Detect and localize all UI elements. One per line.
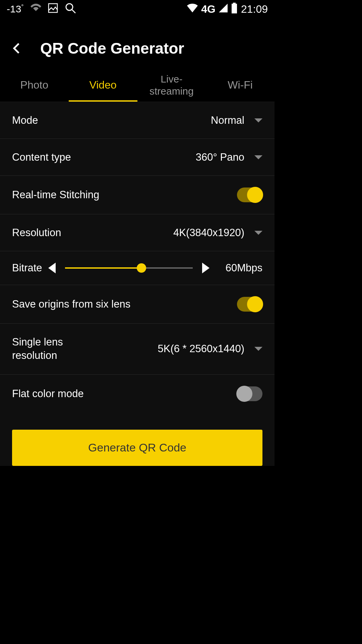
- resolution-row[interactable]: Resolution 4K(3840x1920): [0, 214, 275, 251]
- temperature-value: -13: [7, 3, 21, 14]
- single-lens-value-group: 5K(6 * 2560x1440): [158, 343, 262, 355]
- network-type: 4G: [201, 3, 216, 15]
- bitrate-increase-button[interactable]: [202, 263, 209, 273]
- chevron-down-icon: [254, 347, 262, 351]
- content-type-value: 360° Pano: [196, 151, 244, 163]
- single-lens-value: 5K(6 * 2560x1440): [158, 343, 244, 355]
- generate-button-label: Generate QR Code: [88, 441, 186, 454]
- toggle-knob: [236, 386, 252, 402]
- toggle-knob: [247, 296, 263, 312]
- bitrate-slider[interactable]: [65, 261, 193, 275]
- slider-fill: [65, 267, 142, 269]
- tab-label: Wi-Fi: [228, 78, 253, 91]
- flat-color-label: Flat color mode: [12, 388, 84, 400]
- arrow-left-icon: [48, 263, 56, 273]
- mode-value-group: Normal: [211, 114, 262, 126]
- status-left: -13°: [7, 2, 76, 16]
- header: QR Code Generator: [0, 28, 275, 68]
- status-bar: -13° 4G 21:09: [0, 0, 275, 18]
- cell-signal-icon: [219, 3, 228, 15]
- tab-label: Photo: [20, 78, 49, 91]
- stitching-row: Real-time Stitching: [0, 176, 275, 214]
- stitching-label: Real-time Stitching: [12, 189, 99, 201]
- tab-photo[interactable]: Photo: [0, 68, 69, 102]
- resolution-value: 4K(3840x1920): [173, 227, 244, 239]
- single-lens-label: Single lens resolution: [12, 335, 79, 363]
- degree-symbol: °: [21, 3, 23, 10]
- mode-value: Normal: [211, 114, 244, 126]
- stitching-toggle[interactable]: [237, 187, 262, 202]
- wifi-icon: [31, 3, 41, 15]
- resolution-value-group: 4K(3840x1920): [173, 227, 262, 239]
- bitrate-decrease-button[interactable]: [48, 263, 56, 273]
- tab-label: Live- streaming: [149, 73, 194, 97]
- flat-color-toggle[interactable]: [237, 386, 262, 401]
- slider-thumb[interactable]: [137, 263, 146, 273]
- tab-label: Video: [89, 78, 116, 91]
- status-right: 4G 21:09: [187, 3, 268, 16]
- content-type-row[interactable]: Content type 360° Pano: [0, 139, 275, 176]
- mode-label: Mode: [12, 114, 38, 126]
- tab-livestreaming[interactable]: Live- streaming: [137, 68, 206, 102]
- bitrate-label: Bitrate: [12, 262, 42, 274]
- resolution-label: Resolution: [12, 227, 61, 239]
- toggle-knob: [247, 187, 263, 203]
- svg-point-1: [66, 4, 73, 10]
- page-title: QR Code Generator: [40, 39, 184, 57]
- tab-video[interactable]: Video: [69, 68, 137, 102]
- temperature: -13°: [7, 3, 24, 15]
- slider-track: [65, 267, 193, 269]
- tab-wifi[interactable]: Wi-Fi: [206, 68, 275, 102]
- chevron-down-icon: [254, 118, 262, 122]
- picture-icon: [48, 3, 58, 15]
- chevron-down-icon: [254, 155, 262, 159]
- search-icon: [65, 2, 76, 16]
- time: 21:09: [241, 3, 268, 15]
- flat-color-row: Flat color mode: [0, 375, 275, 413]
- save-origins-label: Save origins from six lens: [12, 298, 130, 310]
- save-origins-toggle[interactable]: [237, 297, 262, 312]
- back-button[interactable]: [7, 42, 27, 54]
- wifi-signal-icon: [187, 3, 198, 15]
- bitrate-row: Bitrate 60Mbps: [0, 251, 275, 285]
- content-type-value-group: 360° Pano: [196, 151, 262, 163]
- bitrate-value: 60Mbps: [216, 262, 262, 274]
- svg-rect-4: [232, 4, 237, 13]
- chevron-down-icon: [254, 231, 262, 235]
- save-origins-row: Save origins from six lens: [0, 285, 275, 324]
- tabs: Photo Video Live- streaming Wi-Fi: [0, 68, 275, 102]
- svg-rect-3: [233, 3, 236, 4]
- svg-line-2: [72, 10, 75, 13]
- arrow-right-icon: [202, 263, 209, 273]
- mode-row[interactable]: Mode Normal: [0, 102, 275, 139]
- settings-panel: Mode Normal Content type 360° Pano Real-…: [0, 102, 275, 466]
- generate-button[interactable]: Generate QR Code: [12, 430, 262, 466]
- battery-icon: [231, 3, 238, 16]
- content-type-label: Content type: [12, 151, 71, 163]
- single-lens-row[interactable]: Single lens resolution 5K(6 * 2560x1440): [0, 324, 275, 375]
